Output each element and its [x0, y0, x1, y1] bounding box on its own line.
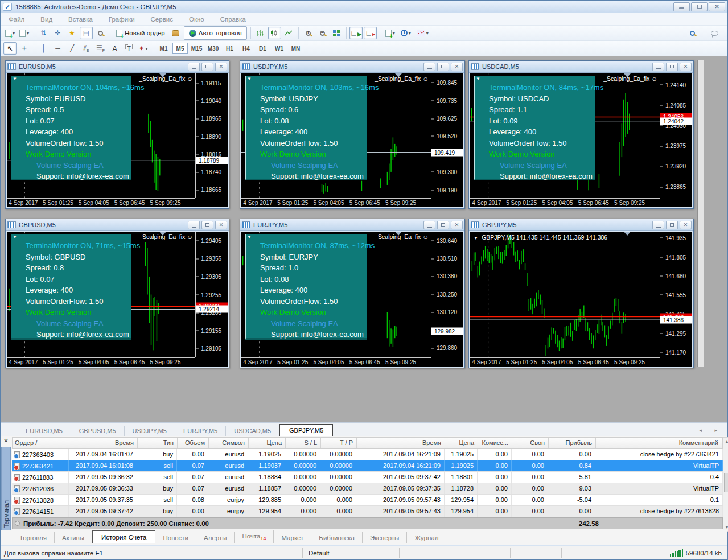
horizontal-line-button[interactable]: ─ — [51, 42, 64, 55]
search-button[interactable] — [686, 27, 699, 39]
timeframe-button-m30[interactable]: M30 — [205, 43, 221, 54]
price-scale[interactable]: 130.640130.510130.380130.250130.120129.9… — [431, 232, 463, 357]
time-axis[interactable]: 4 Sep 20175 Sep 01:255 Sep 04:055 Sep 06… — [470, 198, 660, 207]
zoom-in-button[interactable]: + — [302, 27, 315, 39]
arrows-button[interactable]: ✦▾ — [137, 42, 150, 55]
chart-plot-area[interactable]: ▼ GBPJPY,M5 141.435 141.445 141.369 141.… — [470, 232, 660, 357]
periods-button[interactable]: ▾ — [398, 27, 413, 39]
scroll-up-icon[interactable]: ▲ — [723, 438, 728, 445]
menu-item-3[interactable]: Графики — [101, 16, 143, 23]
status-profile[interactable]: Default — [302, 548, 399, 558]
column-header-0[interactable]: Ордер / — [13, 438, 69, 448]
terminal-tab-журнал[interactable]: Журнал — [407, 532, 446, 543]
chart-tab-eurusd[interactable]: EURUSD,M5 — [18, 426, 71, 436]
price-scale[interactable]: 1.294051.293551.293051.292551.292051.291… — [195, 232, 228, 357]
crosshair-button[interactable]: ＋ — [18, 42, 31, 55]
restore-button[interactable] — [691, 2, 708, 11]
profiles-button[interactable]: ▾ — [18, 27, 31, 39]
new-chart-button[interactable]: +▾ — [3, 27, 17, 39]
bar-chart-mode-button[interactable] — [254, 27, 267, 39]
chart-tab-gbpjpy[interactable]: GBPJPY,M5 — [279, 424, 333, 436]
chart-close-button[interactable]: ✕ — [680, 221, 692, 229]
column-header-11[interactable]: Своп — [512, 438, 549, 448]
price-scale[interactable]: 1.241401.240851.240301.239751.239201.238… — [660, 73, 692, 198]
terminal-tab-маркет[interactable]: Маркет — [274, 532, 311, 543]
chart-window-titlebar[interactable]: GBPUSD,M5✕ — [6, 219, 229, 231]
chart-plot-area[interactable]: ▼TerminalMonitor ON, 84ms, ~17msSymbol: … — [470, 73, 660, 198]
timeframe-button-h1[interactable]: H1 — [222, 43, 237, 54]
chart-close-button[interactable]: ✕ — [680, 63, 692, 71]
chart-restore-button[interactable] — [201, 221, 213, 229]
chart-restore-button[interactable] — [437, 221, 449, 229]
chart-minimize-button[interactable] — [652, 63, 664, 71]
menu-item-2[interactable]: Вставка — [60, 16, 101, 23]
terminal-tab-эксперты[interactable]: Эксперты — [363, 532, 407, 543]
indicators-button[interactable]: +▾ — [383, 27, 397, 39]
price-scale[interactable]: 109.845109.735109.625109.520109.410109.3… — [431, 73, 463, 198]
history-row-227611883[interactable]: 2276118832017.09.05 09:36:32sell0.07euru… — [12, 472, 723, 483]
market-watch-button[interactable]: ⇅ — [37, 27, 50, 39]
text-label-button[interactable]: T — [122, 42, 135, 55]
column-header-10[interactable]: Комисс... — [478, 438, 512, 448]
terminal-tab-торговля[interactable]: Торговля — [12, 532, 55, 543]
chart-restore-button[interactable] — [201, 63, 213, 71]
fibonacci-button[interactable]: ☰F — [94, 42, 107, 55]
timeframe-button-w1[interactable]: W1 — [272, 43, 287, 54]
chart-plot-area[interactable]: ▼TerminalMonitor ON, 87ms, ~12msSymbol: … — [241, 232, 431, 357]
new-order-button[interactable]: + Новый ордер — [113, 27, 168, 39]
autotrading-button[interactable]: Авто-торговля — [184, 26, 247, 40]
ea-collapse-icon[interactable]: ▼ — [476, 76, 480, 81]
minimize-button[interactable] — [673, 2, 690, 11]
column-header-3[interactable]: Объем — [178, 438, 209, 448]
column-header-2[interactable]: Тип — [138, 438, 178, 448]
tab-scroll-arrows[interactable]: ◂ ▸ — [699, 427, 723, 436]
chart-tab-eurjpy[interactable]: EURJPY,M5 — [175, 426, 226, 436]
column-header-12[interactable]: Прибыль — [549, 438, 596, 448]
ea-collapse-icon[interactable]: ▼ — [247, 234, 252, 240]
chart-window-titlebar[interactable]: USDCAD,M5✕ — [469, 61, 693, 73]
titlebar[interactable]: ✓ 1568885: Activtrades-Demo - Демо Счет … — [1, 1, 727, 13]
tile-windows-button[interactable] — [330, 27, 343, 39]
chart-window-gbpjpy[interactable]: GBPJPY,M5✕▼ GBPJPY,M5 141.435 141.445 14… — [468, 219, 694, 368]
chart-restore-button[interactable] — [666, 63, 678, 71]
chart-plot-area[interactable]: ▼TerminalMonitor ON, 104ms, ~16msSymbol:… — [7, 73, 195, 198]
price-scale[interactable]: 1.191151.190401.189651.188901.188151.187… — [195, 73, 228, 198]
timeframe-button-m1[interactable]: M1 — [156, 43, 171, 54]
chart-close-button[interactable]: ✕ — [215, 221, 227, 229]
time-axis[interactable]: 4 Sep 20175 Sep 01:255 Sep 04:055 Sep 06… — [470, 357, 660, 367]
time-axis[interactable]: 4 Sep 20175 Sep 01:255 Sep 04:055 Sep 06… — [7, 198, 195, 207]
menu-item-4[interactable]: Сервис — [143, 16, 181, 23]
column-header-7[interactable]: T / P — [321, 438, 357, 448]
chart-close-button[interactable]: ✕ — [215, 63, 227, 71]
menu-item-0[interactable]: Файл — [1, 16, 32, 23]
cursor-button[interactable]: ↖ — [3, 42, 17, 55]
chart-restore-button[interactable] — [666, 221, 678, 229]
data-window-button[interactable]: ✛ — [51, 27, 64, 39]
expert-advisors-button[interactable] — [169, 27, 182, 39]
ea-collapse-icon[interactable]: ▼ — [13, 76, 17, 81]
column-header-5[interactable]: Цена — [249, 438, 286, 448]
chart-window-titlebar[interactable]: EURJPY,M5✕ — [240, 219, 464, 231]
column-header-8[interactable]: Время — [357, 438, 445, 448]
chart-window-gbpusd[interactable]: GBPUSD,M5✕▼TerminalMonitor ON, 71ms, ~15… — [5, 219, 229, 368]
trendline-button[interactable]: ╱ — [65, 42, 79, 55]
chart-close-button[interactable]: ✕ — [451, 63, 463, 71]
timeframe-button-m5[interactable]: M5 — [172, 43, 188, 54]
column-header-13[interactable]: Комментарий — [596, 438, 722, 448]
chart-plot-area[interactable]: ▼TerminalMonitor ON, 71ms, ~15msSymbol: … — [7, 232, 195, 357]
table-scrollbar[interactable]: ▲▼☰ — [723, 437, 728, 532]
history-row-227612036[interactable]: 2276120362017.09.05 09:36:33buy0.07eurus… — [12, 483, 723, 495]
ea-collapse-icon[interactable]: ▼ — [13, 234, 17, 240]
symbol-dropdown-icon[interactable]: ▼ — [474, 236, 479, 241]
text-button[interactable]: A — [108, 42, 121, 55]
menu-item-1[interactable]: Вид — [32, 16, 60, 23]
time-axis[interactable]: 4 Sep 20175 Sep 01:255 Sep 04:055 Sep 06… — [7, 357, 195, 367]
time-axis[interactable]: 4 Sep 20175 Sep 01:255 Sep 04:055 Sep 06… — [241, 198, 431, 207]
close-button[interactable]: ✕ — [709, 2, 725, 11]
terminal-tab-новости[interactable]: Новости — [155, 532, 196, 543]
chart-minimize-button[interactable] — [423, 221, 435, 229]
terminal-tab-алерты[interactable]: Алерты — [196, 532, 235, 543]
chart-restore-button[interactable] — [437, 63, 449, 71]
chart-minimize-button[interactable] — [652, 221, 664, 229]
terminal-tab-почта[interactable]: Почта14 — [235, 530, 274, 543]
